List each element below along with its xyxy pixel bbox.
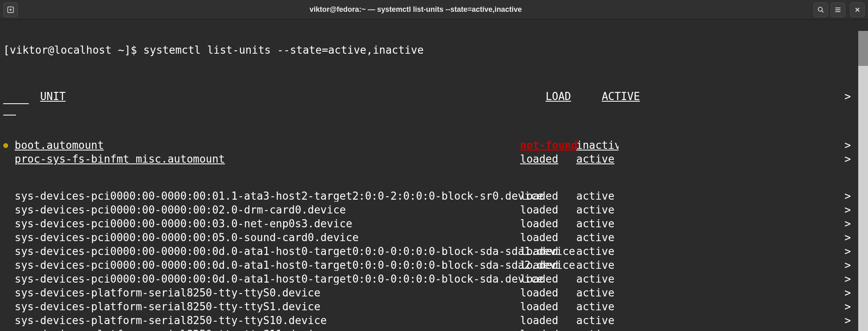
header-unit: UNIT xyxy=(40,91,546,102)
table-row: sys-devices-platform-serial8250-tty-ttyS… xyxy=(3,315,865,329)
load-cell: loaded xyxy=(520,329,576,331)
close-button[interactable] xyxy=(850,2,865,17)
search-icon xyxy=(817,6,824,13)
scrollbar-thumb[interactable] xyxy=(858,31,868,66)
caret: > xyxy=(844,139,851,151)
caret: > xyxy=(844,287,851,299)
table-row: sys-devices-platform-serial8250-tty-ttyS… xyxy=(3,329,865,331)
unit-cell: sys-devices-pci0000:00-0000:00:0d.0-ata1… xyxy=(15,246,520,257)
titlebar: viktor@fedora:~ — systemctl list-units -… xyxy=(0,0,868,20)
caret: > xyxy=(844,232,851,244)
table-row: sys-devices-platform-serial8250-tty-ttyS… xyxy=(3,287,865,301)
unit-cell: sys-devices-pci0000:00-0000:00:05.0-soun… xyxy=(15,232,520,244)
caret: > xyxy=(844,329,851,331)
load-cell: loaded xyxy=(520,218,576,230)
active-cell: active xyxy=(576,315,619,327)
caret: > xyxy=(844,246,851,257)
load-cell: loaded xyxy=(520,273,576,285)
body-rows: sys-devices-pci0000:00-0000:00:01.1-ata3… xyxy=(3,190,865,331)
table-row: sys-devices-pci0000:00-0000:00:03.0-net-… xyxy=(3,218,865,232)
active-cell: active xyxy=(576,287,619,299)
new-tab-icon xyxy=(7,6,14,13)
active-cell: active xyxy=(576,153,619,165)
caret: > xyxy=(844,273,851,285)
active-cell: inactive xyxy=(576,139,619,151)
unit-cell: sys-devices-platform-serial8250-tty-ttyS… xyxy=(15,329,520,331)
load-cell: loaded xyxy=(520,190,576,202)
menu-button[interactable] xyxy=(831,2,845,17)
caret: > xyxy=(844,204,851,216)
active-cell: active xyxy=(576,232,619,244)
unit-cell: sys-devices-pci0000:00-0000:00:02.0-drm-… xyxy=(15,204,520,216)
header-load: LOAD xyxy=(546,91,602,102)
table-row: sys-devices-platform-serial8250-tty-ttyS… xyxy=(3,301,865,315)
unit-cell: sys-devices-pci0000:00-0000:00:0d.0-ata1… xyxy=(15,273,520,285)
svg-point-3 xyxy=(818,7,822,11)
active-cell: active xyxy=(576,218,619,230)
window-title: viktor@fedora:~ — systemctl list-units -… xyxy=(18,5,813,14)
table-row: sys-devices-pci0000:00-0000:00:0d.0-ata1… xyxy=(3,273,865,287)
status-bullet-icon xyxy=(3,143,8,148)
caret: > xyxy=(844,190,851,202)
unit-cell: sys-devices-pci0000:00-0000:00:01.1-ata3… xyxy=(15,190,520,202)
highlighted-rows: boot.automountnot-foundinactive>proc-sys… xyxy=(3,139,865,167)
load-cell: loaded xyxy=(520,287,576,299)
unit-cell: sys-devices-pci0000:00-0000:00:0d.0-ata1… xyxy=(15,259,520,271)
unit-cell: sys-devices-platform-serial8250-tty-ttyS… xyxy=(15,301,520,313)
active-cell: active xyxy=(576,246,619,257)
titlebar-right xyxy=(813,2,865,17)
table-row: sys-devices-pci0000:00-0000:00:02.0-drm-… xyxy=(3,204,865,218)
svg-line-4 xyxy=(822,11,824,12)
active-cell: active xyxy=(576,273,619,285)
caret: > xyxy=(844,301,851,313)
load-cell: loaded xyxy=(520,246,576,257)
active-cell: active xyxy=(576,190,619,202)
table-row: sys-devices-pci0000:00-0000:00:0d.0-ata1… xyxy=(3,246,865,259)
load-cell: loaded xyxy=(520,259,576,271)
caret: > xyxy=(844,153,851,165)
load-cell: loaded xyxy=(520,301,576,313)
hamburger-icon xyxy=(834,6,842,13)
unit-cell: sys-devices-platform-serial8250-tty-ttyS… xyxy=(15,287,520,299)
scrollbar[interactable] xyxy=(858,20,868,331)
table-row: boot.automountnot-foundinactive> xyxy=(3,139,865,153)
active-cell: active xyxy=(576,301,619,313)
active-cell: active xyxy=(576,204,619,216)
unit-cell: sys-devices-platform-serial8250-tty-ttyS… xyxy=(15,315,520,327)
caret: > xyxy=(844,315,851,327)
unit-cell: sys-devices-pci0000:00-0000:00:03.0-net-… xyxy=(15,218,520,230)
load-cell: loaded xyxy=(520,315,576,327)
caret: > xyxy=(844,218,851,230)
unit-cell: boot.automount xyxy=(15,139,520,151)
active-cell: active xyxy=(576,329,619,331)
caret: > xyxy=(844,259,851,271)
titlebar-left xyxy=(3,2,18,17)
table-row: sys-devices-pci0000:00-0000:00:0d.0-ata1… xyxy=(3,259,865,273)
search-button[interactable] xyxy=(813,2,828,17)
new-tab-button[interactable] xyxy=(3,2,18,17)
active-cell: active xyxy=(576,259,619,271)
prompt-line: [viktor@localhost ~]$ systemctl list-uni… xyxy=(3,44,865,56)
table-row: proc-sys-fs-binfmt_misc.automountloadeda… xyxy=(3,153,865,167)
scrollbar-track xyxy=(858,31,868,331)
caret: > xyxy=(844,91,851,102)
header-row: UNITLOADACTIVE> xyxy=(3,79,865,116)
load-cell: loaded xyxy=(520,153,576,165)
load-cell: loaded xyxy=(520,232,576,244)
terminal-output[interactable]: [viktor@localhost ~]$ systemctl list-uni… xyxy=(0,20,868,331)
table-row: sys-devices-pci0000:00-0000:00:05.0-soun… xyxy=(3,232,865,246)
load-cell: not-found xyxy=(520,139,576,151)
unit-cell: proc-sys-fs-binfmt_misc.automount xyxy=(15,153,520,165)
load-cell: loaded xyxy=(520,204,576,216)
header-active: ACTIVE xyxy=(602,91,644,102)
close-icon xyxy=(854,6,861,13)
table-row: sys-devices-pci0000:00-0000:00:01.1-ata3… xyxy=(3,190,865,204)
